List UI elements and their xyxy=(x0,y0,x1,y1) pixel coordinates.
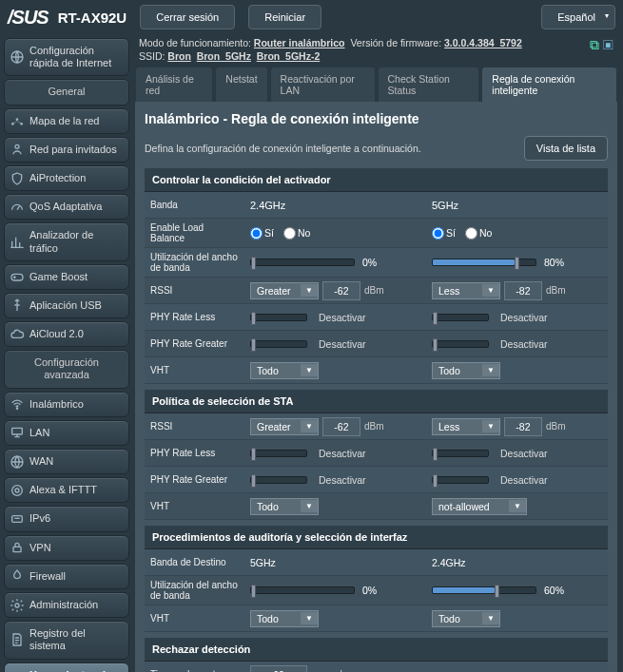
sidebar-item-wireless[interactable]: Inalámbrico xyxy=(4,392,129,417)
sidebar-item-gameboost[interactable]: Game Boost xyxy=(4,264,129,290)
sidebar-item-qis[interactable]: Configuración rápida de Internet xyxy=(4,38,129,76)
tab-netstat[interactable]: Netstat xyxy=(215,67,267,102)
page-title: Inalámbrico - Regla de conexión intelige… xyxy=(145,111,608,126)
sidebar-item-nettools[interactable]: Herramientas de red xyxy=(4,662,129,673)
vpn-icon xyxy=(10,540,25,555)
label-rssi2: RSSI xyxy=(145,417,244,435)
language-select[interactable]: Español xyxy=(541,5,615,29)
label-rssi: RSSI xyxy=(145,281,244,299)
section-interface: Procedimientos de auditoría y selección … xyxy=(145,526,608,632)
list-view-button[interactable]: Vista de lista xyxy=(524,136,608,161)
logout-button[interactable]: Cerrar sesión xyxy=(140,5,235,29)
tab-netanalysis[interactable]: Análisis de red xyxy=(135,67,213,102)
slider-bw3-5[interactable] xyxy=(432,586,536,594)
sidebar-item-alexa[interactable]: Alexa & IFTTT xyxy=(4,477,129,503)
cloud-icon xyxy=(10,327,25,342)
label-phygr2: PHY Rate Greater xyxy=(145,470,244,489)
svg-point-4 xyxy=(15,145,19,149)
sidebar-item-admin[interactable]: Administración xyxy=(4,592,129,618)
slider-phygr2-5[interactable] xyxy=(432,476,489,484)
label-phyless2: PHY Rate Less xyxy=(145,444,244,462)
label-vht2: VHT xyxy=(145,497,244,515)
label-destband: Banda de Destino xyxy=(145,553,244,571)
tab-smart-connect[interactable]: Regla de conexión inteligente xyxy=(481,67,617,102)
sidebar-item-qos[interactable]: QoS Adaptativa xyxy=(4,194,129,220)
section-head-interface: Procedimientos de auditoría y selección … xyxy=(145,526,608,549)
gamepad-icon xyxy=(10,269,25,284)
select-rssi2-24[interactable]: Greater▼ xyxy=(250,418,319,435)
radio-lb-5-yes[interactable]: Sí xyxy=(432,227,456,240)
sidebar-item-map[interactable]: Mapa de la red xyxy=(4,108,129,134)
shield-icon xyxy=(10,171,25,186)
top-bar: /SUS RT-AX92U Cerrar sesión Reiniciar Es… xyxy=(0,0,623,34)
radio-lb-5-no[interactable]: No xyxy=(465,227,492,240)
col-head-5: 5GHz xyxy=(426,197,608,214)
svg-point-9 xyxy=(12,485,23,495)
select-vht3-5[interactable]: Todo▼ xyxy=(432,610,500,627)
reboot-button[interactable]: Reiniciar xyxy=(248,5,321,29)
sidebar-item-lan[interactable]: LAN xyxy=(4,420,129,446)
app-icon[interactable]: ▣ xyxy=(603,37,613,52)
page-description: Defina la configuración de conexión inte… xyxy=(145,143,524,154)
sidebar-item-syslog[interactable]: Registro del sistema xyxy=(4,621,129,659)
bw-24-value: 0% xyxy=(362,257,377,268)
radio-lb-24-no[interactable]: No xyxy=(283,227,310,240)
slider-phygr2-24[interactable] xyxy=(250,476,307,484)
sidebar-item-vpn[interactable]: VPN xyxy=(4,535,129,561)
input-rssi2-5[interactable] xyxy=(504,417,542,436)
section-head-trigger: Controlar la condición del activador xyxy=(145,168,608,192)
input-rssi-5[interactable] xyxy=(504,281,542,300)
select-vht2-5[interactable]: not-allowed▼ xyxy=(432,498,527,515)
slider-phygr-5[interactable] xyxy=(432,340,489,348)
select-rssi2-5[interactable]: Less▼ xyxy=(432,418,500,435)
section-bounce: Rechazar detección Tiempo de ventana seg… xyxy=(145,638,608,672)
slider-phyless-24[interactable] xyxy=(250,314,307,321)
tab-wol[interactable]: Reactivación por LAN xyxy=(270,67,376,102)
slider-bw3-24[interactable] xyxy=(250,586,355,594)
input-rssi-24[interactable] xyxy=(322,281,360,300)
slider-bw-24[interactable] xyxy=(250,259,355,266)
map-icon xyxy=(10,113,25,128)
label-band: Banda xyxy=(145,196,244,214)
slider-phyless-5[interactable] xyxy=(432,314,489,321)
sidebar-item-usb[interactable]: Aplicación USB xyxy=(4,293,129,318)
slider-phygr-24[interactable] xyxy=(250,340,307,348)
sidebar-header-general: General xyxy=(4,79,129,105)
select-rssi-5[interactable]: Less▼ xyxy=(432,282,500,299)
unit-dbm: dBm xyxy=(546,421,566,432)
sidebar: Configuración rápida de Internet General… xyxy=(0,34,133,672)
panel: Inalámbrico - Regla de conexión intelige… xyxy=(135,102,617,672)
chart-icon xyxy=(10,235,25,250)
mode-info: Modo de funcionamiento: Router inalámbri… xyxy=(135,36,617,49)
sidebar-item-aicloud[interactable]: AiCloud 2.0 xyxy=(4,321,129,347)
ipv6-icon xyxy=(10,511,25,527)
input-rssi2-24[interactable] xyxy=(322,417,360,436)
svg-point-6 xyxy=(16,408,17,409)
svg-point-13 xyxy=(15,604,19,607)
select-vht3-24[interactable]: Todo▼ xyxy=(250,610,319,627)
radio-lb-24-yes[interactable]: Sí xyxy=(250,227,274,240)
sidebar-item-traffic[interactable]: Analizador de tráfico xyxy=(4,222,129,260)
label-phy-greater: PHY Rate Greater xyxy=(145,335,244,353)
slider-phyless2-5[interactable] xyxy=(432,450,489,457)
firewall-icon xyxy=(10,568,25,584)
select-vht-5[interactable]: Todo▼ xyxy=(432,362,500,379)
tab-station[interactable]: Check Station Status xyxy=(378,67,480,102)
select-vht-24[interactable]: Todo▼ xyxy=(250,362,319,379)
sidebar-item-wan[interactable]: WAN xyxy=(4,449,129,474)
slider-phyless2-24[interactable] xyxy=(250,450,307,457)
section-head-sta: Política de selección de STA xyxy=(145,390,608,413)
phyless-5-state: Desactivar xyxy=(500,312,548,323)
sidebar-item-guest[interactable]: Red para invitados xyxy=(4,137,129,163)
guest-icon xyxy=(10,142,25,157)
input-window[interactable] xyxy=(250,665,307,673)
aimesh-icon[interactable]: ⧉ xyxy=(590,37,599,52)
select-vht2-24[interactable]: Todo▼ xyxy=(250,498,319,515)
sidebar-item-aiprotection[interactable]: AiProtection xyxy=(4,165,129,191)
select-rssi-24[interactable]: Greater▼ xyxy=(250,282,319,299)
sidebar-item-firewall[interactable]: Firewall xyxy=(4,564,129,589)
slider-bw-5[interactable] xyxy=(432,259,536,266)
tab-bar: Análisis de red Netstat Reactivación por… xyxy=(135,67,617,102)
brand-logo: /SUS xyxy=(8,7,49,29)
sidebar-item-ipv6[interactable]: IPv6 xyxy=(4,506,129,531)
